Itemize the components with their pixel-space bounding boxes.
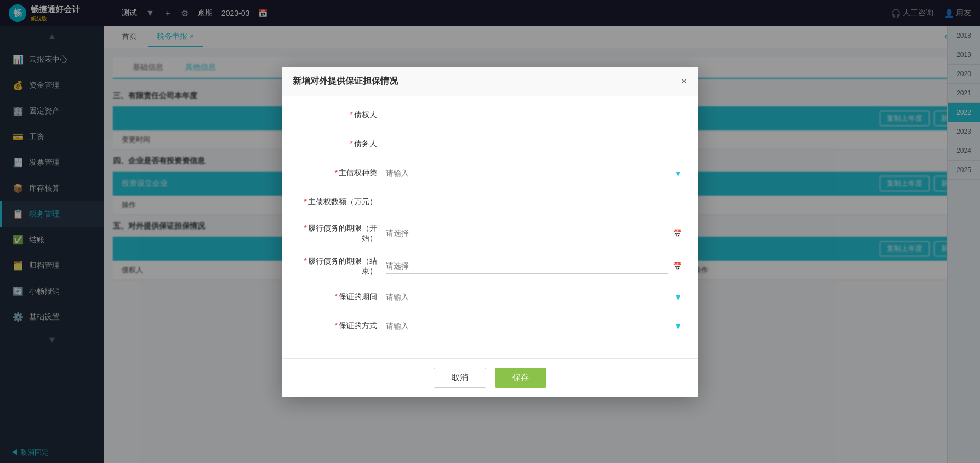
- dialog-body: *债权人 *债务人 *主债权种类 ▼: [282, 96, 698, 358]
- period-start-label: *履行债务的期限（开始）: [298, 224, 386, 243]
- period-end-input[interactable]: [386, 258, 668, 274]
- guarantee-method-wrapper: ▼: [386, 318, 682, 334]
- period-end-label: *履行债务的期限（结束）: [298, 256, 386, 276]
- form-row-period-end: *履行债务的期限（结束） 📅: [298, 256, 682, 276]
- required-mark: *: [304, 256, 307, 265]
- form-row-creditor: *债权人: [298, 107, 682, 123]
- period-start-calendar-icon[interactable]: 📅: [673, 229, 682, 238]
- required-mark: *: [335, 168, 338, 177]
- form-row-period-start: *履行债务的期限（开始） 📅: [298, 224, 682, 243]
- save-button[interactable]: 保存: [495, 368, 546, 388]
- add-guarantee-dialog: 新增对外提供保证担保情况 × *债权人 *债务人 *主债权种类: [282, 67, 698, 397]
- guarantee-method-arrow[interactable]: ▼: [674, 322, 682, 330]
- form-row-claim-amount: *主债权数额（万元）: [298, 195, 682, 210]
- form-row-debtor: *债务人: [298, 136, 682, 152]
- debtor-input[interactable]: [386, 136, 682, 152]
- claim-amount-input[interactable]: [386, 195, 682, 210]
- claim-type-wrapper: ▼: [386, 165, 682, 181]
- required-mark: *: [304, 197, 307, 206]
- guarantee-period-input[interactable]: [386, 289, 670, 305]
- required-mark: *: [335, 321, 338, 330]
- form-row-claim-type: *主债权种类 ▼: [298, 165, 682, 181]
- required-mark: *: [335, 292, 338, 301]
- creditor-label: *债权人: [298, 110, 386, 120]
- debtor-label: *债务人: [298, 139, 386, 149]
- claim-amount-label: *主债权数额（万元）: [298, 197, 386, 207]
- dialog-footer: 取消 保存: [282, 358, 698, 397]
- guarantee-period-wrapper: ▼: [386, 289, 682, 305]
- guarantee-method-label: *保证的方式: [298, 321, 386, 331]
- dialog-header: 新增对外提供保证担保情况 ×: [282, 67, 698, 96]
- form-row-guarantee-method: *保证的方式 ▼: [298, 318, 682, 334]
- dialog-title: 新增对外提供保证担保情况: [293, 76, 398, 87]
- cancel-button[interactable]: 取消: [434, 368, 486, 388]
- required-mark: *: [350, 139, 353, 148]
- dialog-close-button[interactable]: ×: [681, 76, 687, 87]
- period-start-wrapper: 📅: [386, 225, 682, 241]
- period-end-calendar-icon[interactable]: 📅: [673, 262, 682, 271]
- guarantee-period-arrow[interactable]: ▼: [674, 293, 682, 301]
- form-row-guarantee-period: *保证的期间 ▼: [298, 289, 682, 305]
- period-start-input[interactable]: [386, 225, 668, 241]
- claim-type-arrow[interactable]: ▼: [674, 169, 682, 178]
- required-mark: *: [350, 110, 353, 119]
- guarantee-period-label: *保证的期间: [298, 292, 386, 302]
- period-end-wrapper: 📅: [386, 258, 682, 274]
- guarantee-method-input[interactable]: [386, 318, 670, 334]
- dialog-overlay: 新增对外提供保证担保情况 × *债权人 *债务人 *主债权种类: [0, 0, 980, 463]
- claim-type-input[interactable]: [386, 165, 670, 181]
- claim-type-label: *主债权种类: [298, 168, 386, 178]
- required-mark: *: [304, 224, 307, 232]
- creditor-input[interactable]: [386, 107, 682, 123]
